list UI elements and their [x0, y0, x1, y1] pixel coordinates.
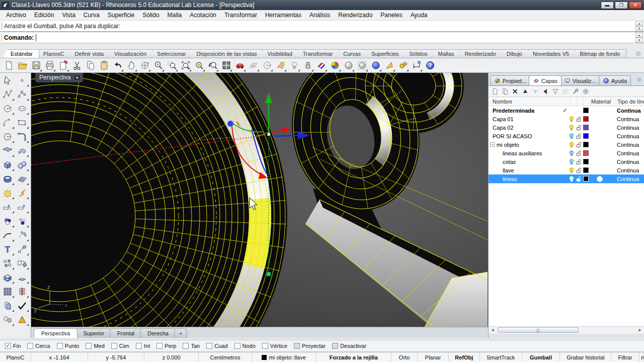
cylinder-button[interactable] [1, 172, 15, 186]
checkbox-icon[interactable] [156, 343, 163, 349]
pan-button[interactable] [125, 59, 137, 72]
status-toggle-smarttrack[interactable]: SmartTrack [480, 352, 522, 362]
layer-bulb-icon[interactable] [568, 116, 575, 122]
status-z-coordinate[interactable]: z 0.000 [144, 352, 199, 362]
menu-vista[interactable]: Vista [58, 11, 79, 20]
status-x-coordinate[interactable]: x -1.164 [31, 352, 88, 362]
checkbox-icon[interactable] [57, 343, 63, 349]
layer-lock-icon[interactable] [575, 142, 582, 148]
delete-layer-button[interactable] [511, 87, 519, 96]
layer-color-swatch[interactable] [583, 142, 589, 147]
layer-linetype[interactable]: Continua [616, 142, 644, 148]
zoom-dynamic-button[interactable] [152, 59, 165, 72]
zoom-window-button[interactable] [166, 59, 178, 72]
spheres-button[interactable] [16, 158, 29, 171]
scroll-left-icon[interactable]: ◄ [489, 327, 497, 334]
new-layer-button[interactable] [491, 87, 499, 96]
layer-color-swatch[interactable] [583, 125, 589, 130]
maximize-button[interactable]: ❐ [615, 2, 628, 9]
filter-button[interactable] [551, 87, 559, 96]
spin-down-icon[interactable]: ▼ [635, 38, 643, 43]
layer-color-swatch[interactable] [583, 133, 589, 139]
fillet-button[interactable] [16, 187, 29, 200]
drag-grip[interactable] [1, 22, 3, 30]
layer-bulb-icon[interactable] [568, 133, 575, 139]
layer-linetype[interactable]: Continua [616, 176, 644, 182]
edit-layers-button[interactable] [315, 59, 328, 72]
fillet-corner-button[interactable] [16, 130, 29, 143]
toolbar-tab-bitmap-de-fondo[interactable]: Bitmap de fondo [572, 49, 626, 58]
check-objects-button[interactable] [16, 299, 29, 312]
layer-bulb-icon[interactable] [568, 159, 575, 165]
current-layer-check[interactable]: ✓ [562, 107, 568, 114]
layer-color-swatch[interactable] [583, 150, 589, 156]
layer-row-cotas[interactable]: cotasContinua [489, 157, 644, 166]
layer-row-por-si-acaso[interactable]: POR SI ACASOContinua [489, 132, 644, 140]
layer-bulb-icon[interactable] [568, 167, 575, 173]
table-button[interactable] [561, 87, 570, 96]
menu-sólido[interactable]: Sólido [138, 11, 163, 20]
osnap-vértice[interactable]: Vértice [262, 343, 287, 349]
set-cplane-button[interactable] [261, 59, 273, 72]
layer-list-empty-area[interactable] [489, 184, 644, 326]
viewport-tab-derecha[interactable]: Derecha [140, 328, 176, 338]
tools-button[interactable] [571, 87, 580, 96]
chevron-down-icon[interactable]: ▼ [73, 74, 81, 81]
layer-help-button[interactable]: ? [581, 87, 590, 96]
status-toggle-gumball[interactable]: Gumball [522, 352, 560, 362]
menu-herramientas[interactable]: Herramientas [261, 11, 305, 20]
menu-transformar[interactable]: Transformar [220, 11, 261, 20]
toolbar-tab-disposición-de-las-vistas[interactable]: Disposición de las vistas [189, 49, 264, 58]
layer-row-mi-objeto[interactable]: −mi objetoContinua [489, 140, 644, 149]
explode-button[interactable] [1, 187, 15, 200]
viewport-canvas[interactable]: zyx [31, 73, 488, 327]
menu-archivo[interactable]: Archivo [2, 11, 30, 20]
polygon-button[interactable] [1, 130, 15, 143]
polyline-button[interactable] [1, 88, 15, 101]
paste-button[interactable] [98, 59, 110, 72]
viewport-tab-superior[interactable]: Superior [75, 328, 112, 338]
layer-bulb-icon[interactable] [568, 176, 575, 182]
save-button[interactable] [30, 59, 42, 72]
drag-grip[interactable] [1, 34, 3, 41]
move-down-button[interactable] [531, 87, 539, 96]
toolbar-tab-superficies[interactable]: Superficies [364, 49, 405, 58]
array-linear-button[interactable] [16, 285, 29, 298]
gear-icon[interactable] [636, 76, 642, 85]
checkbox-icon[interactable] [332, 343, 338, 349]
file-properties-button[interactable] [57, 59, 69, 72]
status-toggle-orto[interactable]: Orto [391, 352, 418, 362]
status-toggle-planar[interactable]: Planar [418, 352, 449, 362]
status-cplane[interactable]: PlanoC [0, 352, 31, 362]
toolbar-tab-novedades-v5[interactable]: Novedades V5 [525, 49, 576, 58]
object-color-button[interactable] [329, 59, 341, 72]
pyramid-button[interactable] [16, 313, 29, 326]
checkbox-icon[interactable] [27, 343, 33, 349]
render-preview-button[interactable] [369, 59, 382, 72]
layer-color-swatch[interactable] [583, 108, 589, 113]
new-file-button[interactable] [3, 59, 15, 72]
layer-row-llave[interactable]: llaveContinua [489, 166, 644, 174]
render-region-button[interactable] [247, 59, 260, 72]
osnap-nodo[interactable]: Nodo [234, 343, 256, 349]
zoom-selected-button[interactable] [193, 59, 205, 72]
checkbox-icon[interactable] [294, 343, 300, 349]
checkbox-icon[interactable] [136, 343, 142, 349]
menu-curva[interactable]: Curva [79, 11, 104, 20]
layer-lock-icon[interactable] [575, 159, 582, 165]
layer-bulb-icon[interactable] [568, 142, 575, 148]
status-toggle-grabar-historial[interactable]: Grabar historial [560, 352, 611, 362]
layer-row-capa-01[interactable]: Capa 01Continua [489, 115, 644, 123]
checkbox-icon[interactable] [234, 343, 240, 349]
status-current-layer[interactable]: mi objeto::llave [252, 352, 316, 362]
layer-row-predeterminada[interactable]: Predeterminada✓Continua [489, 106, 644, 115]
toolbar-tab-curvas[interactable]: Curvas [336, 49, 367, 58]
toolbar-tab-estándar[interactable]: Estándar [3, 49, 39, 58]
viewport-title-tab[interactable]: Perspectiva ▼ [35, 73, 83, 82]
history-scroll[interactable]: ▲▼ [635, 21, 643, 31]
undo-button[interactable] [111, 59, 124, 72]
layer-lock-icon[interactable] [575, 133, 582, 139]
menu-malla[interactable]: Malla [164, 11, 186, 20]
options-button[interactable] [396, 59, 409, 72]
undo-view-button[interactable] [206, 59, 219, 72]
